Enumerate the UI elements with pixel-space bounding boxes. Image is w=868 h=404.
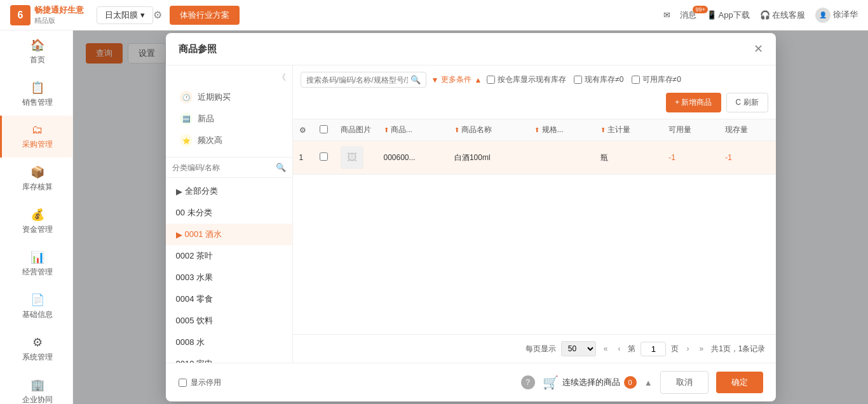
show-disabled-checkbox[interactable]: 显示停用 [179,377,221,388]
checkbox-by-warehouse-input[interactable] [487,76,495,84]
more-filters-btn[interactable]: ▼ 更多条件 ▲ [431,74,482,85]
per-page-select[interactable]: 50 20 100 [561,341,596,356]
topbar-right: ✉ 99+ 消息 📱 App下载 🎧 在线客服 👤 徐泽华 [663,8,858,23]
modal-footer: 显示停用 ? 🛒 连续选择的商品 0 ▲ 取消 确定 [166,363,776,401]
cancel-button[interactable]: 取消 [660,371,709,394]
chevron-down-icon: ▾ [140,10,145,20]
category-search-input[interactable] [172,163,272,172]
next-page-btn[interactable]: › [684,343,691,354]
category-item-0005[interactable]: 0005 饮料 [166,310,292,332]
category-item-00[interactable]: 00 未分类 [166,202,292,224]
message-icon: ✉ [663,10,670,20]
collapse-footer-btn[interactable]: ▲ [644,378,653,387]
quick-link-frequent-label: 频次高 [198,135,222,146]
checkbox-available-stock[interactable]: 可用库存≠0 [632,74,681,85]
online-service[interactable]: 🎧 在线客服 [760,10,806,21]
category-item-0008[interactable]: 0008 水 [166,332,292,353]
category-item-0003[interactable]: 0003 水果 [166,267,292,288]
last-page-btn[interactable]: » [696,343,706,354]
modal-body: 《 🕐 近期购买 🆕 新品 [166,65,776,363]
sidebar-item-system[interactable]: ⚙ 系统管理 [0,328,72,370]
settings-icon[interactable]: ⚙ [153,9,162,21]
col-available: 可用量 [662,119,719,141]
sidebar-item-purchase[interactable]: 🗂 采购管理 [0,116,72,158]
sidebar-item-sales[interactable]: 📋 销售管理 [0,73,72,116]
category-item-0001[interactable]: ▶ 0001 酒水 [166,224,292,245]
sort-icon-unit: ⬆ [600,126,606,133]
sidebar-label-purchase: 采购管理 [22,139,53,150]
row-check[interactable] [313,141,334,175]
quick-link-recent[interactable]: 🕐 近期购买 [172,87,286,107]
system-icon: ⚙ [32,335,43,349]
checkbox-by-warehouse[interactable]: 按仓库显示现有库存 [487,74,566,85]
cart-area[interactable]: 🛒 连续选择的商品 0 [543,375,637,390]
checkbox-available-stock-input[interactable] [632,76,640,84]
store-selector[interactable]: 日太阳膜 ▾ [97,6,153,24]
home-icon: 🏠 [31,38,44,52]
product-search-input[interactable] [306,76,408,84]
search-icon[interactable]: 🔍 [410,75,421,84]
category-item-0002[interactable]: 0002 茶叶 [166,245,292,267]
footer-right: ? 🛒 连续选择的商品 0 ▲ 取消 确定 [521,371,763,394]
quick-link-new[interactable]: 🆕 新品 [172,109,286,129]
app-download[interactable]: 📱 App下载 [707,10,750,21]
modal-overlay: 商品参照 ✕ 《 🕐 [73,30,868,404]
quick-link-new-label: 新品 [198,113,214,125]
purchase-icon: 🗂 [32,123,43,137]
sidebar-item-operations[interactable]: 📊 经营管理 [0,243,72,285]
pagination: 每页显示 50 20 100 « ‹ 第 页 › [293,334,776,363]
expand-arrow-0001: ▶ [176,230,182,239]
col-spec[interactable]: ⬆ 规格... [528,119,594,141]
checkbox-current-stock-input[interactable] [574,76,582,84]
confirm-button[interactable]: 确定 [716,372,763,393]
category-item-all[interactable]: ▶ 全部分类 [166,180,292,202]
quick-links-list: 🕐 近期购买 🆕 新品 ⭐ 频次高 [172,87,286,151]
star-icon: ⭐ [180,134,193,147]
product-reference-modal: 商品参照 ✕ 《 🕐 [166,33,776,401]
col-product-name[interactable]: ⬆ 商品名称 [448,119,528,141]
cart-count: 0 [624,376,637,389]
action-buttons: + 新增商品 C 刷新 [666,93,768,112]
settings-col-icon[interactable]: ⚙ [299,126,306,135]
sidebar-item-finance[interactable]: 💰 资金管理 [0,200,72,243]
checkbox-current-stock[interactable]: 现有库存≠0 [574,74,623,85]
table-toolbar: 🔍 ▼ 更多条件 ▲ 按仓库显示现有库存 [293,65,776,119]
help-icon[interactable]: ? [521,375,535,389]
messages-area[interactable]: ✉ 99+ 消息 [663,10,696,21]
category-list: ▶ 全部分类 00 未分类 ▶ 0001 酒水 0002 茶 [166,178,292,363]
category-search-area: 🔍 [166,158,292,178]
first-page-btn[interactable]: « [601,343,611,354]
category-item-0004[interactable]: 0004 零食 [166,288,292,310]
add-product-button[interactable]: + 新增商品 [666,93,721,112]
trial-button[interactable]: 体验行业方案 [170,6,240,25]
refresh-button[interactable]: C 刷新 [726,93,768,112]
recent-icon: 🕐 [180,91,193,104]
category-item-0010[interactable]: 0010 家电 [166,353,292,363]
row-code: 000600... [377,141,448,175]
select-all-checkbox[interactable] [320,125,328,133]
category-search-icon[interactable]: 🔍 [276,163,286,172]
col-unit[interactable]: ⬆ 主计量 [594,119,662,141]
page-input[interactable] [641,342,666,356]
logo-text: 畅捷通好生意 精品版 [34,4,84,25]
user-area[interactable]: 👤 徐泽华 [815,8,858,23]
inventory-icon: 📦 [31,165,44,179]
sidebar-item-inventory[interactable]: 📦 库存核算 [0,158,72,200]
operations-icon: 📊 [31,250,44,264]
sidebar-item-enterprise[interactable]: 🏢 企业协同 [0,370,72,404]
quick-links-area: 《 🕐 近期购买 🆕 新品 [166,65,292,158]
prev-page-btn[interactable]: ‹ [615,343,623,354]
sidebar-item-basic[interactable]: 📄 基础信息 [0,285,72,328]
collapse-left-panel-btn[interactable]: 《 [278,72,286,83]
row-checkbox[interactable] [320,152,328,161]
show-disabled-input[interactable] [179,379,187,387]
sidebar-item-home[interactable]: 🏠 首页 [0,30,72,73]
col-product-code[interactable]: ⬆ 商品... [377,119,448,141]
row-spec [528,141,594,175]
modal-close-button[interactable]: ✕ [754,42,763,56]
right-panel: 🔍 ▼ 更多条件 ▲ 按仓库显示现有库存 [293,65,776,363]
product-search-box[interactable]: 🔍 [301,72,426,88]
content-area: 查询 设置 刷新 商品参照 ✕ [73,30,868,404]
quick-link-frequent[interactable]: ⭐ 频次高 [172,130,286,151]
table-row[interactable]: 1 🖼 [293,141,776,175]
